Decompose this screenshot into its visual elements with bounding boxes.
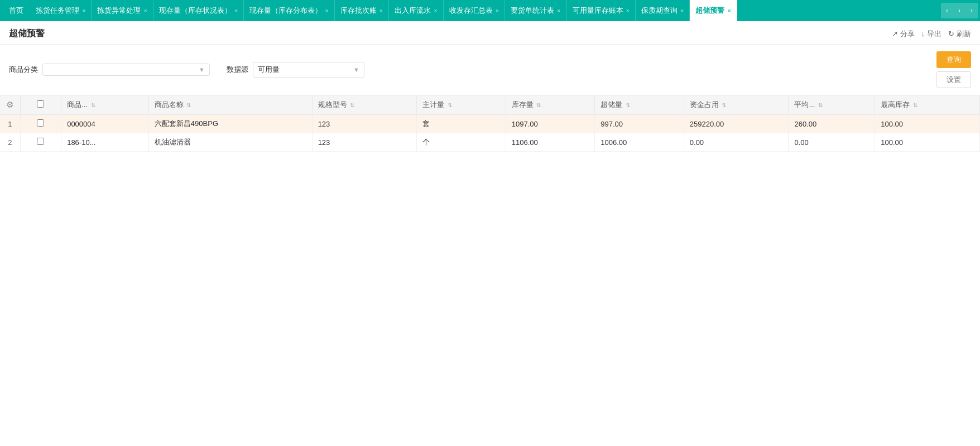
th-product-name-label: 商品名称 — [155, 100, 184, 109]
query-button[interactable]: 查询 — [936, 51, 971, 68]
th-unit: 主计量 ⇅ — [417, 95, 506, 115]
row-1-max-stock: 100.00 — [875, 115, 980, 133]
datasource-label: 数据源 — [227, 65, 248, 75]
row-checkbox-1 — [20, 115, 61, 133]
sort-icon-spec[interactable]: ⇅ — [350, 102, 354, 108]
export-icon: ↓ — [921, 30, 925, 38]
th-capital: 资金占用 ⇅ — [684, 95, 789, 115]
nav-tab-close-1[interactable]: × — [143, 7, 147, 14]
category-select[interactable]: ▼ — [42, 64, 210, 76]
th-stock-label: 库存量 — [512, 100, 534, 109]
datasource-value: 可用量 — [258, 65, 280, 75]
nav-tab-label-5: 出入库流水 — [395, 6, 431, 16]
nav-tab-label-7: 要货单统计表 — [511, 6, 554, 16]
share-icon: ↗ — [892, 30, 898, 38]
nav-next-button[interactable]: › — [953, 3, 965, 18]
nav-tab-label-10: 超储预警 — [695, 6, 724, 16]
nav-tab-close-7[interactable]: × — [557, 7, 560, 14]
sort-icon-product-name[interactable]: ⇅ — [186, 102, 191, 108]
th-overstock-label: 超储量 — [601, 100, 622, 109]
row-1-stock: 1097.00 — [506, 115, 595, 133]
main-table: ⚙ 商品... ⇅ 商品名称 ⇅ 规格型号 ⇅ — [0, 95, 980, 152]
nav-tab-0[interactable]: 拣货任务管理 × — [30, 0, 92, 21]
th-max-stock: 最高库存 ⇅ — [875, 95, 980, 115]
row-2-checkbox[interactable] — [37, 138, 44, 145]
nav-tab-2[interactable]: 现存量（库存状况表） × — [153, 0, 244, 21]
nav-tab-label-9: 保质期查询 — [641, 6, 678, 16]
table-row: 1 0000004 六配套新昌490BPG 123 套 1097.00 997.… — [0, 115, 980, 133]
select-all-checkbox[interactable] — [37, 100, 44, 108]
filter-area: 商品分类 ▼ 数据源 可用量 ▼ 查询 设置 — [0, 45, 980, 95]
row-2-stock: 1106.00 — [506, 133, 595, 152]
sort-icon-avg[interactable]: ⇅ — [818, 102, 823, 108]
nav-tab-close-5[interactable]: × — [434, 7, 437, 14]
nav-tab-label-4: 库存批次账 — [340, 6, 377, 16]
row-1-unit: 套 — [417, 115, 506, 133]
th-overstock: 超储量 ⇅ — [595, 95, 684, 115]
th-stock: 库存量 ⇅ — [506, 95, 595, 115]
nav-tab-4[interactable]: 库存批次账 × — [335, 0, 389, 21]
th-settings: ⚙ — [0, 95, 20, 115]
refresh-label: 刷新 — [957, 29, 971, 39]
row-1-avg: 260.00 — [789, 115, 875, 133]
th-avg: 平均... ⇅ — [789, 95, 875, 115]
nav-prev-button[interactable]: ‹ — [941, 3, 953, 18]
filter-buttons: 查询 设置 — [936, 51, 971, 88]
nav-home[interactable]: 首页 — [2, 6, 30, 16]
sort-icon-capital[interactable]: ⇅ — [722, 102, 726, 108]
nav-tab-close-8[interactable]: × — [626, 7, 630, 14]
nav-tab-9[interactable]: 保质期查询 × — [636, 0, 690, 21]
th-checkbox — [20, 95, 61, 115]
nav-tab-label-2: 现存量（库存状况表） — [159, 6, 232, 16]
datasource-filter: 数据源 可用量 ▼ — [227, 62, 364, 77]
nav-tab-close-0[interactable]: × — [82, 7, 85, 14]
row-1-checkbox[interactable] — [37, 119, 44, 127]
category-dropdown-arrow: ▼ — [199, 66, 205, 73]
row-1-overstock: 997.00 — [595, 115, 684, 133]
export-action[interactable]: ↓ 导出 — [921, 29, 942, 39]
sort-icon-product-code[interactable]: ⇅ — [91, 102, 95, 108]
refresh-icon: ↻ — [948, 30, 954, 38]
row-1-spec: 123 — [312, 115, 417, 133]
row-1-product-name: 六配套新昌490BPG — [148, 115, 312, 133]
settings-button[interactable]: 设置 — [936, 71, 971, 88]
export-label: 导出 — [927, 29, 941, 39]
row-2-overstock: 1006.00 — [595, 133, 684, 152]
page-title: 超储预警 — [9, 28, 45, 40]
sort-icon-unit[interactable]: ⇅ — [448, 102, 452, 108]
nav-tab-close-6[interactable]: × — [496, 7, 499, 14]
nav-tab-6[interactable]: 收发存汇总表 × — [444, 0, 505, 21]
nav-tab-5[interactable]: 出入库流水 × — [389, 0, 443, 21]
nav-tab-8[interactable]: 可用量库存账本 × — [567, 0, 636, 21]
nav-tab-label-6: 收发存汇总表 — [449, 6, 493, 16]
row-2-unit: 个 — [417, 133, 506, 152]
nav-tab-close-10[interactable]: × — [727, 7, 731, 14]
nav-tab-close-4[interactable]: × — [379, 7, 383, 14]
sort-icon-overstock[interactable]: ⇅ — [626, 102, 630, 108]
share-action[interactable]: ↗ 分享 — [892, 29, 915, 39]
category-label: 商品分类 — [9, 65, 38, 75]
sort-icon-max-stock[interactable]: ⇅ — [913, 102, 917, 108]
nav-tab-3[interactable]: 现存量（库存分布表） × — [244, 0, 334, 21]
nav-tab-close-9[interactable]: × — [680, 7, 684, 14]
th-product-code-label: 商品... — [67, 100, 88, 109]
nav-tab-1[interactable]: 拣货异常处理 × — [92, 0, 153, 21]
nav-tab-close-2[interactable]: × — [234, 7, 238, 14]
nav-tab-10[interactable]: 超储预警 × — [690, 0, 737, 21]
th-product-name: 商品名称 ⇅ — [148, 95, 312, 115]
page-container: 超储预警 ↗ 分享 ↓ 导出 ↻ 刷新 商品分类 ▼ 数据源 — [0, 21, 980, 446]
nav-tab-7[interactable]: 要货单统计表 × — [505, 0, 566, 21]
row-2-avg: 0.00 — [789, 133, 875, 152]
row-checkbox-2 — [20, 133, 61, 152]
th-unit-label: 主计量 — [422, 100, 444, 109]
share-label: 分享 — [900, 29, 915, 39]
sort-icon-stock[interactable]: ⇅ — [536, 102, 541, 108]
refresh-action[interactable]: ↻ 刷新 — [948, 29, 971, 39]
th-capital-label: 资金占用 — [690, 100, 719, 109]
datasource-select[interactable]: 可用量 ▼ — [253, 62, 364, 77]
top-navigation: 首页 拣货任务管理 × 拣货异常处理 × 现存量（库存状况表） × 现存量（库存… — [0, 0, 980, 21]
table-settings-icon[interactable]: ⚙ — [6, 100, 13, 109]
nav-tab-close-3[interactable]: × — [325, 7, 328, 14]
nav-more-button[interactable]: › — [965, 3, 978, 18]
page-header: 超储预警 ↗ 分享 ↓ 导出 ↻ 刷新 — [0, 21, 980, 45]
